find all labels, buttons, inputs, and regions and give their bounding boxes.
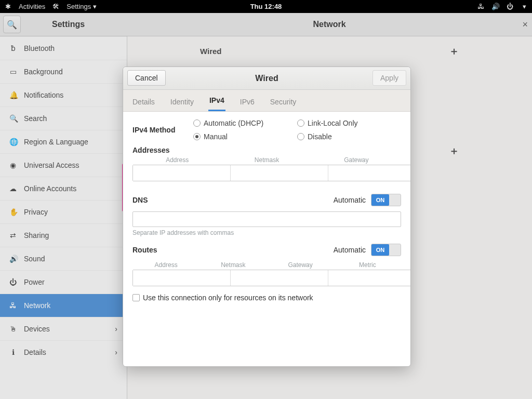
ipv4-method-label: IPv4 Method (132, 126, 193, 134)
dns-automatic-label: Automatic (334, 196, 366, 204)
apply-button[interactable]: Apply (373, 70, 406, 86)
routes-title: Routes (132, 246, 157, 254)
tab-ipv4[interactable]: IPv4 (208, 91, 225, 111)
rcol-metric: Metric (334, 261, 401, 270)
activities-button[interactable]: Activities (19, 3, 45, 10)
tab-security[interactable]: Security (269, 92, 298, 111)
dialog-tabs: DetailsIdentityIPv4IPv6Security (123, 90, 410, 112)
routes-automatic-label: Automatic (334, 246, 366, 254)
connection-editor-dialog: Cancel Wired Apply DetailsIdentityIPv4IP… (123, 66, 411, 367)
clock[interactable]: Thu 12:48 (250, 3, 282, 10)
appmenu-label[interactable]: Settings ▾ (66, 3, 97, 10)
tab-details[interactable]: Details (131, 92, 156, 111)
method-linklocal-radio[interactable]: Link-Local Only (297, 119, 401, 127)
top-panel: ✱ Activities 🛠 Settings ▾ Thu 12:48 🖧 🔊 … (0, 0, 532, 13)
routes-automatic-switch[interactable]: ON (371, 244, 401, 256)
gateway-input[interactable] (328, 165, 410, 181)
method-automatic-radio[interactable]: Automatic (DHCP) (193, 119, 297, 127)
rcol-address: Address (132, 261, 200, 270)
distro-icon: ✱ (4, 3, 11, 10)
route-gateway-input[interactable] (328, 270, 410, 286)
volume-tray-icon[interactable]: 🔊 (491, 3, 499, 10)
method-manual-radio[interactable]: Manual (193, 132, 297, 141)
route-address-input[interactable] (133, 270, 231, 286)
only-resources-checkbox[interactable] (132, 294, 140, 301)
rcol-gateway: Gateway (267, 261, 334, 270)
dns-title: DNS (132, 196, 148, 204)
col-gateway: Gateway (312, 156, 401, 165)
only-resources-label: Use this connection only for resources o… (143, 294, 313, 302)
col-netmask: Netmask (222, 156, 311, 165)
addresses-title: Addresses (132, 146, 401, 154)
address-input[interactable] (133, 165, 231, 181)
rcol-netmask: Netmask (200, 261, 267, 270)
dns-hint: Separate IP addresses with commas (132, 229, 401, 236)
power-tray-icon[interactable]: ⏻ (506, 3, 513, 10)
netmask-input[interactable] (231, 165, 328, 181)
tab-ipv6[interactable]: IPv6 (239, 92, 256, 111)
dialog-title: Wired (255, 74, 278, 83)
network-tray-icon[interactable]: 🖧 (477, 3, 484, 10)
route-netmask-input[interactable] (231, 270, 328, 286)
method-disable-radio[interactable]: Disable (297, 132, 401, 141)
col-address: Address (132, 156, 222, 165)
dns-automatic-switch[interactable]: ON (371, 194, 401, 206)
cancel-button[interactable]: Cancel (127, 70, 166, 86)
tab-identity[interactable]: Identity (169, 92, 195, 111)
dns-input[interactable] (132, 211, 401, 227)
caret-down-icon[interactable]: ▾ (521, 3, 528, 10)
wrench-icon: 🛠 (52, 3, 59, 10)
